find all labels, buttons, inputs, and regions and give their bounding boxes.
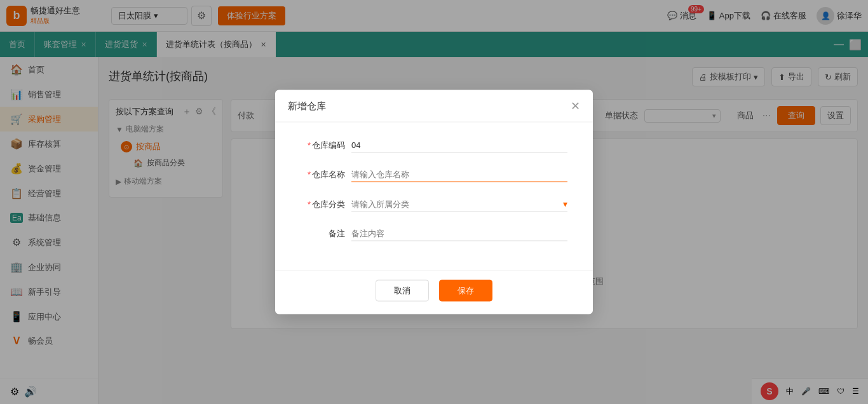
form-row-code: 仓库编码	[301, 138, 567, 153]
note-label: 备注	[301, 228, 345, 239]
name-input[interactable]	[351, 167, 567, 182]
name-label: 仓库名称	[301, 169, 345, 180]
code-input[interactable]	[351, 138, 567, 153]
modal-title: 新增仓库	[288, 100, 326, 112]
form-row-note: 备注	[301, 226, 567, 241]
form-row-name: 仓库名称	[301, 167, 567, 182]
note-input[interactable]	[351, 226, 567, 241]
category-label: 仓库分类	[301, 198, 345, 210]
modal-header: 新增仓库 ✕	[275, 90, 593, 123]
category-dropdown-icon: ▾	[563, 199, 567, 209]
save-button[interactable]: 保存	[439, 280, 492, 302]
modal-close-button[interactable]: ✕	[571, 99, 580, 113]
category-select-wrap[interactable]: ▾	[351, 196, 567, 212]
add-warehouse-modal: 新增仓库 ✕ 仓库编码 仓库名称 仓库分类 ▾ 备注 取消 保存	[275, 90, 593, 314]
code-label: 仓库编码	[301, 140, 345, 151]
form-row-category: 仓库分类 ▾	[301, 196, 567, 212]
modal-body: 仓库编码 仓库名称 仓库分类 ▾ 备注	[275, 123, 593, 271]
cancel-button[interactable]: 取消	[376, 280, 429, 302]
modal-footer: 取消 保存	[275, 271, 593, 314]
category-input[interactable]	[351, 199, 563, 208]
